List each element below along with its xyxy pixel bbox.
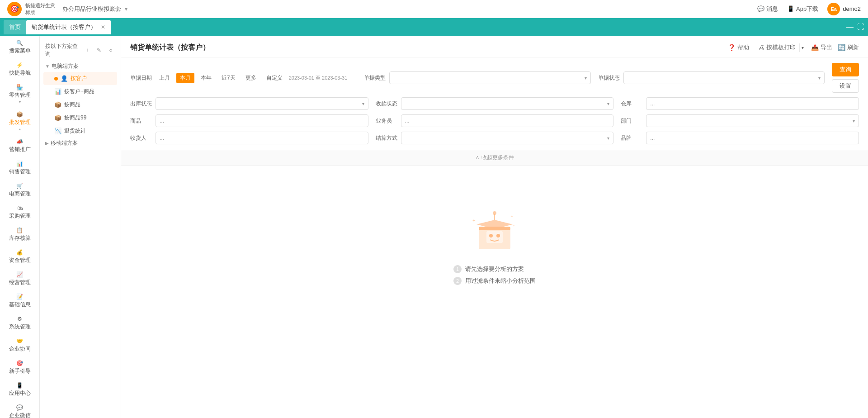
sales-icon: 📊 <box>16 161 23 167</box>
collapse-more-button[interactable]: ∧ 收起更多条件 <box>121 150 868 166</box>
header-right: 💬 消息 📱 App下载 Ea demo2 <box>757 3 861 15</box>
date-btn-custom[interactable]: 自定义 <box>263 73 286 83</box>
department-caret: ▾ <box>853 119 855 124</box>
scheme-group-pc-title[interactable]: ▼ 电脑端方案 <box>43 61 117 72</box>
tab-report[interactable]: 销货单统计表（按客户） ✕ <box>26 20 111 34</box>
purchase-icon: 🛍 <box>17 205 23 211</box>
filter-out-status: 出库状态 ▾ <box>130 97 368 110</box>
search-icon: 🔍 <box>16 40 23 46</box>
logo-text-line2: 标版 <box>25 9 55 15</box>
tab-bar-actions: — ⛶ <box>846 23 864 31</box>
message-button[interactable]: 💬 消息 <box>757 5 778 13</box>
active-indicator <box>54 77 58 81</box>
scheme-item-by-product[interactable]: 📦 按商品 <box>43 98 117 111</box>
action-buttons: 查询 设置 <box>832 63 859 93</box>
sidebar-item-search[interactable]: 🔍 搜索菜单 <box>0 36 39 58</box>
add-scheme-button[interactable]: + <box>83 46 92 55</box>
doc-type-caret: ▾ <box>585 76 587 81</box>
newguide-icon: 🎯 <box>16 360 23 366</box>
export-icon: 📤 <box>811 44 819 51</box>
filter-warehouse: 仓库 ... <box>621 97 859 110</box>
collapse-scheme-button[interactable]: « <box>106 46 115 55</box>
logo-area: 🎯 畅捷通好生意 标版 办公用品行业模拟账套 ▾ <box>7 2 127 16</box>
sidebar-item-operation[interactable]: 📈 经营管理 <box>0 268 39 290</box>
out-status-caret: ▾ <box>362 101 364 106</box>
wechat-icon: 💬 <box>16 404 23 411</box>
doc-type-control[interactable]: ▾ <box>389 71 590 84</box>
date-filter-controls: 上月 本月 本年 近7天 更多 自定义 2023-03-01 至 2023-03… <box>156 73 357 83</box>
date-btn-last-month[interactable]: 上月 <box>156 73 174 83</box>
scheme-item-by-customer-product[interactable]: 📊 按客户+商品 <box>43 85 117 98</box>
date-btn-more[interactable]: 更多 <box>242 73 260 83</box>
export-button[interactable]: 📤 导出 <box>811 43 832 52</box>
tab-close-icon[interactable]: ✕ <box>101 24 105 30</box>
scheme-item-by-product99[interactable]: 📦 按商品99 <box>43 111 117 124</box>
sidebar-item-base[interactable]: 📝 基础信息 <box>0 290 39 312</box>
tab-minimize-button[interactable]: — <box>846 23 854 31</box>
warehouse-label: 仓库 <box>621 100 643 108</box>
print-icon: 🖨 <box>758 44 764 51</box>
product-control[interactable]: ... <box>156 114 368 127</box>
top-header: 🎯 畅捷通好生意 标版 办公用品行业模拟账套 ▾ 💬 消息 📱 App下载 Ea… <box>0 0 868 18</box>
sidebar-item-quicknav[interactable]: ⚡ 快捷导航 <box>0 58 39 81</box>
settings-button[interactable]: 设置 <box>832 79 859 93</box>
template-print-group: 🖨 按模板打印 ▾ <box>755 42 806 53</box>
sidebar-item-newguide[interactable]: 🎯 新手引导 <box>0 356 39 379</box>
sidebar-item-retail[interactable]: 🏪 零售管理 ▾ <box>0 81 39 108</box>
sidebar-item-system[interactable]: ⚙ 系统管理 <box>0 312 39 334</box>
sub-layout: 按以下方案查询 + ✎ « <box>40 36 868 418</box>
date-btn-7days[interactable]: 近7天 <box>218 73 239 83</box>
department-control[interactable]: ▾ <box>646 114 859 127</box>
user-menu[interactable]: Ea demo2 <box>827 3 861 15</box>
date-btn-this-month[interactable]: 本月 <box>176 73 194 83</box>
warehouse-control[interactable]: ... <box>646 97 859 110</box>
sidebar-item-appcenter[interactable]: 📱 应用中心 <box>0 379 39 401</box>
sidebar-item-sales[interactable]: 📊 销售管理 <box>0 157 39 179</box>
finance-icon: 💰 <box>16 249 23 256</box>
template-print-button[interactable]: 🖨 按模板打印 <box>755 42 799 53</box>
date-btn-this-year[interactable]: 本年 <box>197 73 215 83</box>
filter-row-1: 单据日期 上月 本月 本年 近7天 更多 自定义 2023-03-01 至 20… <box>130 63 859 93</box>
help-button[interactable]: ❓ 帮助 <box>728 43 749 52</box>
product-label: 商品 <box>130 117 153 125</box>
template-print-dropdown[interactable]: ▾ <box>799 43 806 52</box>
marketing-icon: 📣 <box>16 138 23 145</box>
out-status-control[interactable]: ▾ <box>156 97 368 110</box>
refresh-button[interactable]: 🔄 刷新 <box>838 43 859 52</box>
brand-control[interactable]: ... <box>646 132 859 144</box>
tab-maximize-button[interactable]: ⛶ <box>857 23 864 31</box>
sidebar-item-finance[interactable]: 💰 资金管理 <box>0 246 39 268</box>
sidebar-item-purchase[interactable]: 🛍 采购管理 <box>0 201 39 223</box>
tab-home[interactable]: 首页 <box>4 20 26 34</box>
doc-status-control[interactable]: ▾ <box>623 71 825 84</box>
settlement-control[interactable]: ▾ <box>401 132 614 144</box>
edit-scheme-button[interactable]: ✎ <box>94 46 104 55</box>
download-icon: 📱 <box>787 5 794 12</box>
filter-row-3: 商品 ... 业务员 ... 部门 <box>130 114 859 127</box>
sidebar-item-marketing[interactable]: 📣 营销推广 <box>0 135 39 157</box>
workspace-dropdown-icon[interactable]: ▾ <box>125 6 127 12</box>
empty-step-1: 1 请先选择要分析的方案 <box>453 265 536 273</box>
receive-status-control[interactable]: ▾ <box>401 97 614 110</box>
sidebar-item-cooperation[interactable]: 🤝 企业协同 <box>0 334 39 356</box>
filter-row-2: 出库状态 ▾ 收款状态 ▾ <box>130 97 859 110</box>
scheme-group-mobile-title[interactable]: ▶ 移动端方案 <box>43 138 117 149</box>
report-actions: ❓ 帮助 🖨 按模板打印 ▾ 📤 导出 <box>728 42 859 53</box>
receiver-control[interactable]: ... <box>156 132 368 144</box>
app-download-button[interactable]: 📱 App下载 <box>787 5 818 13</box>
svg-point-3 <box>489 234 493 238</box>
scheme-item-by-customer[interactable]: 👤 按客户 <box>43 72 117 85</box>
query-button[interactable]: 查询 <box>832 63 859 76</box>
filter-doc-type: 单据类型 ▾ <box>364 71 590 84</box>
sidebar-item-ecommerce[interactable]: 🛒 电商管理 <box>0 179 39 201</box>
sidebar-item-wechat[interactable]: 💬 企业微信 <box>0 401 39 418</box>
sidebar-item-inventory[interactable]: 📋 库存核算 <box>0 223 39 246</box>
brand-label: 品牌 <box>621 134 643 142</box>
filter-department: 部门 ▾ <box>621 114 859 127</box>
sidebar-item-wholesale[interactable]: 📦 批发管理 ▴ <box>0 108 39 135</box>
doc-status-label: 单据状态 <box>598 74 621 82</box>
scheme-item-return-stats[interactable]: 📉 退货统计 <box>43 124 117 138</box>
pc-group-arrow: ▼ <box>45 64 50 69</box>
by-customer-product-icon: 📊 <box>54 88 61 95</box>
salesperson-control[interactable]: ... <box>401 114 614 127</box>
